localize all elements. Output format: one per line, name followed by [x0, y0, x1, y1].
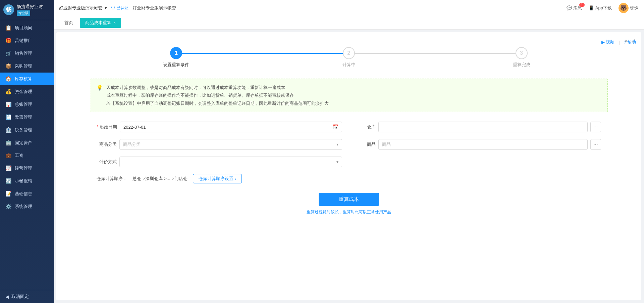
- sidebar-item-label: 基础信息: [15, 191, 32, 197]
- calendar-icon[interactable]: 📅: [333, 124, 338, 130]
- category-select[interactable]: 商品分类 ▾: [119, 139, 342, 150]
- edition-badge: 专业版: [17, 10, 30, 16]
- notice-line-3: 若【系统设置】中启用了自动调整记账日期时，会调整入库单的整单记账日期，因此重新计…: [106, 99, 329, 107]
- sidebar-item-accounting[interactable]: 📊 总账管理: [0, 98, 54, 111]
- home-tab-label: 首页: [64, 20, 73, 25]
- sidebar-item-sales[interactable]: 🛒 销售管理: [0, 47, 54, 60]
- accounting-icon: 📊: [5, 101, 11, 107]
- help-label: 帮助: [627, 39, 636, 45]
- warehouse-order-value: 总仓->深圳仓库->...->门店仓: [132, 176, 187, 182]
- sidebar-item-label: 总账管理: [15, 101, 32, 107]
- expense-icon: 🔄: [5, 178, 11, 184]
- sidebar-item-label: 固定资产: [15, 140, 32, 146]
- assets-icon: 🏢: [5, 140, 11, 146]
- tab-close-icon[interactable]: ×: [113, 20, 116, 25]
- operation-icon: 📈: [5, 165, 11, 171]
- recalc-hint: 重算过程耗时较长，重算时您可以正常使用产品: [70, 209, 628, 215]
- sidebar-item-project[interactable]: 📋 项目顾问: [0, 21, 54, 34]
- app-name: 畅捷通好业财: [17, 4, 43, 10]
- step-1: 1 设置重算条件: [90, 47, 263, 68]
- app-download-button[interactable]: 📱 App下载: [589, 5, 612, 11]
- dropdown-arrow-icon: ▾: [105, 5, 107, 10]
- pricing-dropdown-icon: ▾: [336, 160, 338, 164]
- sidebar-nav: 📋 项目顾问 🎁 营销推广 🛒 销售管理 📦 采购管理 🏠 库存核算 💰 资金管…: [0, 20, 54, 290]
- form-row-1: *起始日期 2022-07-01 📅 仓库 ···: [97, 122, 601, 132]
- content-area: × ⤢ ▶ 视频 | ? 帮助 1 设置重算条件 2 计算中: [56, 32, 641, 300]
- message-button[interactable]: 💬 消息 1: [567, 5, 582, 11]
- header-left: 好业财专业版演示帐套 ▾ 🛡 已认证 好业财专业版演示帐套: [59, 5, 176, 11]
- active-tab-label: 商品成本重算: [85, 20, 111, 26]
- marketing-icon: 🎁: [5, 38, 11, 44]
- user-profile-button[interactable]: 🐻 珠珠: [619, 3, 639, 13]
- notice-line-2: 成本重算过程中，影响库存账的操作均不能操作，比如进货单、销货单、库存单据不能审核…: [106, 91, 329, 99]
- goods-more-button[interactable]: ···: [590, 139, 601, 150]
- form-section: *起始日期 2022-07-01 📅 仓库 ···: [70, 122, 628, 183]
- sidebar-item-label: 项目顾问: [15, 25, 32, 31]
- user-name: 珠珠: [630, 5, 639, 11]
- warehouse-more-button[interactable]: ···: [590, 122, 601, 132]
- top-header: 好业财专业版演示帐套 ▾ 🛡 已认证 好业财专业版演示帐套 💬 消息 1 📱 A…: [54, 0, 644, 16]
- sidebar-item-marketing[interactable]: 🎁 营销推广: [0, 34, 54, 47]
- start-date-input[interactable]: 2022-07-01 📅: [120, 122, 342, 132]
- purchase-icon: 📦: [5, 63, 11, 69]
- step-1-label: 设置重算条件: [163, 62, 189, 68]
- sidebar-item-tax[interactable]: 🏦 税务管理: [0, 124, 54, 136]
- sidebar-item-label: 库存核算: [15, 76, 32, 82]
- pricing-select[interactable]: ▾: [119, 157, 342, 167]
- warehouse-setting-label: 仓库计算顺序设置: [199, 176, 233, 182]
- sidebar-logo: 畅 畅捷通好业财 专业版: [0, 0, 54, 20]
- sidebar-item-label: 工资: [15, 153, 23, 159]
- basic-icon: 📝: [5, 191, 11, 197]
- sidebar-item-label: 销售管理: [15, 50, 32, 56]
- message-icon: 💬: [567, 5, 572, 10]
- sidebar-item-assets[interactable]: 🏢 固定资产: [0, 136, 54, 149]
- invoice-icon: 🧾: [5, 114, 11, 120]
- goods-label: 商品: [356, 141, 376, 147]
- form-row-3: 计价方式 ▾: [97, 157, 601, 167]
- main-area: 好业财专业版演示帐套 ▾ 🛡 已认证 好业财专业版演示帐套 💬 消息 1 📱 A…: [54, 0, 644, 303]
- account-name: 好业财专业版演示帐套: [59, 5, 103, 11]
- sidebar-item-label: 税务管理: [15, 127, 32, 133]
- sidebar-unpin-button[interactable]: ◀ 取消固定: [0, 290, 54, 303]
- pricing-field: 计价方式 ▾: [97, 157, 342, 167]
- warehouse-order-setting-button[interactable]: 仓库计算顺序设置 ›: [193, 174, 242, 183]
- start-date-value: 2022-07-01: [123, 125, 333, 130]
- warehouse-order-label: 仓库计算顺序：: [97, 176, 127, 182]
- notification-badge: 1: [579, 3, 585, 7]
- warehouse-select[interactable]: [378, 122, 588, 132]
- sidebar-item-label: 采购管理: [15, 63, 32, 69]
- warehouse-order-row: 仓库计算顺序： 总仓->深圳仓库->...->门店仓 仓库计算顺序设置 ›: [97, 174, 601, 183]
- goods-select[interactable]: 商品: [378, 139, 588, 150]
- verified-label: 已认证: [116, 5, 128, 11]
- sidebar-item-finance[interactable]: 💰 资金管理: [0, 85, 54, 98]
- sidebar-item-inventory[interactable]: 🏠 库存核算: [0, 73, 54, 85]
- sidebar-item-system[interactable]: ⚙️ 系统管理: [0, 200, 54, 213]
- tab-home[interactable]: 首页: [59, 18, 78, 28]
- sidebar-item-operation[interactable]: 📈 经营管理: [0, 162, 54, 175]
- step-3: 3 重算完成: [435, 47, 608, 68]
- verified-account-text: 好业财专业版演示帐套: [132, 5, 176, 11]
- step-1-circle: 1: [170, 47, 182, 59]
- tab-cost-recalc[interactable]: 商品成本重算 ×: [80, 18, 121, 28]
- system-icon: ⚙️: [5, 204, 11, 210]
- app-logo-icon: 畅: [3, 4, 14, 15]
- warehouse-field: 仓库 ···: [356, 122, 601, 132]
- step-2-label: 计算中: [342, 62, 356, 68]
- step-2-circle: 2: [343, 47, 355, 59]
- avatar: 🐻: [619, 3, 629, 13]
- sidebar-item-invoice[interactable]: 🧾 发票管理: [0, 111, 54, 124]
- sidebar-item-salary[interactable]: 💼 工资: [0, 149, 54, 162]
- form-row-2: 商品分类 商品分类 ▾ 商品 商品 ···: [97, 139, 601, 150]
- recalc-section: 重算成本 重算过程耗时较长，重算时您可以正常使用产品: [70, 193, 628, 215]
- account-selector[interactable]: 好业财专业版演示帐套 ▾: [59, 5, 107, 11]
- sidebar-item-purchase[interactable]: 📦 采购管理: [0, 60, 54, 73]
- finance-icon: 💰: [5, 89, 11, 95]
- sidebar-item-expense[interactable]: 🔄 小畅报销: [0, 175, 54, 187]
- goods-placeholder: 商品: [382, 141, 391, 147]
- recalc-button[interactable]: 重算成本: [319, 193, 379, 206]
- phone-icon: 📱: [589, 5, 594, 10]
- step-2: 2 计算中: [263, 47, 435, 68]
- step-3-circle: 3: [516, 47, 528, 59]
- notice-line-1: 因成本计算参数调整，或是对商品成本有疑问时，可以通过成本重算功能，重新计算一遍成…: [106, 84, 329, 91]
- sidebar-item-basic[interactable]: 📝 基础信息: [0, 187, 54, 200]
